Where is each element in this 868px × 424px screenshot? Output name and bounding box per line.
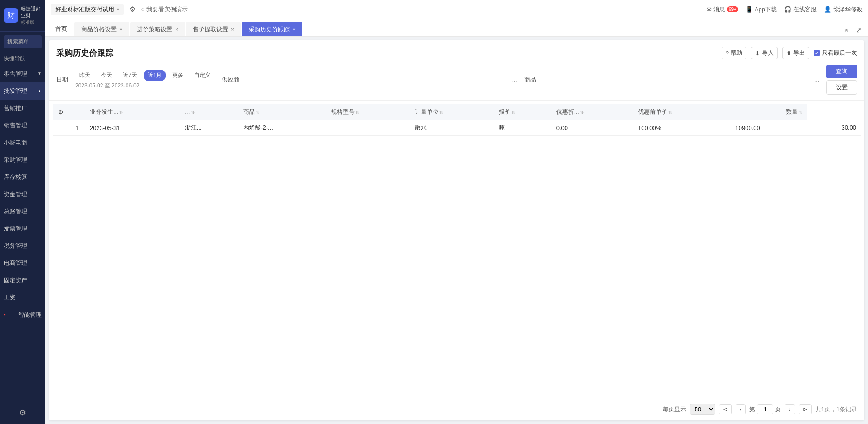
per-page-label: 每页显示 (663, 405, 686, 414)
sidebar-item-retail[interactable]: 零售管理 ▼ (0, 65, 45, 82)
row-supplier: 浙江... (180, 120, 239, 136)
sidebar-settings-button[interactable]: ⚙ (4, 405, 42, 420)
close-window-button[interactable]: × (842, 24, 851, 36)
row-discount: 100.00% (634, 120, 731, 136)
online-service-button[interactable]: 🎧 在线客服 (784, 5, 817, 14)
sidebar-item-ledger[interactable]: 总账管理 (0, 203, 45, 220)
checkbox-icon: ✓ (814, 50, 820, 56)
table-header-row: ⚙ 业务发生... ⇅ ... ⇅ (53, 104, 861, 120)
tab-home[interactable]: 首页 (49, 22, 73, 36)
col-preprice[interactable]: 优惠前单价 ⇅ (634, 104, 731, 120)
sidebar-item-payroll[interactable]: 工资 (0, 289, 45, 306)
supplier-input[interactable] (242, 74, 509, 85)
page-label-before: 第 (749, 405, 755, 414)
page-content: 采购历史价跟踪 ? 帮助 ⬇ 导入 ⬆ 导出 ✓ (49, 40, 864, 420)
date-today-button[interactable]: 今天 (97, 70, 116, 81)
date-custom-button[interactable]: 自定义 (190, 70, 215, 81)
maximize-window-button[interactable]: ⤢ (853, 24, 864, 36)
date-range-display: 2023-05-02 至 2023-06-02 (75, 82, 215, 90)
page-title: 采购历史价跟踪 (56, 48, 113, 58)
app-download-button[interactable]: 📱 App下载 (746, 5, 777, 14)
sidebar-item-assets[interactable]: 固定资产 (0, 272, 45, 289)
row-preprice: 10900.00 (731, 120, 807, 136)
page-number-input[interactable] (757, 404, 773, 414)
sidebar-item-tax[interactable]: 税务管理 (0, 237, 45, 255)
supplier-more-button[interactable]: ... (512, 77, 517, 83)
tab-purchase-strategy[interactable]: 进价策略设置 × (130, 22, 185, 36)
sort-icon: ⇅ (668, 110, 672, 115)
goods-more-button[interactable]: ... (814, 77, 819, 83)
sort-icon: ⇅ (439, 110, 443, 115)
user-menu-button[interactable]: 👤 徐泽华修改 (824, 5, 863, 14)
settings-icon[interactable]: ⚙ (129, 5, 136, 14)
col-unit[interactable]: 计量单位 ⇅ (410, 104, 494, 120)
col-num (69, 104, 85, 120)
col-price[interactable]: 报价 ⇅ (494, 104, 551, 120)
filter-bar: 日期 昨天 今天 近7天 近1月 更多 自定义 2023-05-02 至 202… (49, 59, 864, 101)
sidebar-item-ecommerce[interactable]: 电商管理 (0, 255, 45, 272)
tab-sale-price[interactable]: 售价提取设置 × (186, 22, 241, 36)
topbar: 好业财标准版交付试用 ▾ ⚙ ○ 我要看实例演示 ✉ 消息 99+ 📱 App下… (45, 0, 868, 19)
prev-page-button[interactable]: ‹ (736, 404, 746, 414)
col-qty[interactable]: 数量 ⇅ (731, 104, 807, 120)
close-icon[interactable]: × (175, 26, 178, 33)
message-button[interactable]: ✉ 消息 99+ (707, 5, 738, 14)
sidebar-item-finance[interactable]: 资金管理 (0, 186, 45, 203)
date-last1m-button[interactable]: 近1月 (144, 70, 166, 81)
close-icon[interactable]: × (119, 26, 122, 33)
chevron-up-icon: ▲ (37, 88, 42, 93)
last-only-checkbox[interactable]: ✓ 只看最后一次 (814, 49, 857, 57)
row-unit: 散水 (410, 120, 494, 136)
sidebar-item-smart[interactable]: 智能管理 (0, 306, 45, 323)
tab-history-price[interactable]: 采购历史价跟踪 × (242, 22, 302, 36)
col-date[interactable]: 业务发生... ⇅ (85, 104, 180, 120)
sidebar-search-button[interactable]: 搜索菜单 (4, 35, 42, 48)
query-button[interactable]: 查询 (826, 65, 857, 78)
table-settings-button[interactable]: 设置 (826, 80, 857, 95)
page-label-after: 页 (775, 405, 781, 414)
sidebar-logo: 财 畅捷通好业财 标准版 (0, 0, 45, 32)
col-gear[interactable]: ⚙ (53, 104, 69, 120)
date-yesterday-button[interactable]: 昨天 (75, 70, 94, 81)
date-more-button[interactable]: 更多 (168, 70, 187, 81)
chevron-down-icon: ▾ (117, 7, 119, 12)
close-icon[interactable]: × (231, 26, 234, 33)
sidebar-item-sales[interactable]: 销售管理 (0, 117, 45, 134)
sidebar-item-ecommerce-small[interactable]: 小畅电商 (0, 134, 45, 151)
sidebar-quicknav[interactable]: 快捷导航 (0, 52, 45, 65)
export-icon: ⬆ (786, 50, 791, 57)
message-badge: 99+ (727, 6, 738, 12)
col-more[interactable]: ... ⇅ (180, 104, 239, 120)
app-version: 标准版 (21, 19, 42, 26)
tab-price[interactable]: 商品价格设置 × (74, 22, 129, 36)
date-last7-button[interactable]: 近7天 (119, 70, 141, 81)
sort-icon: ⇅ (580, 110, 584, 115)
help-button[interactable]: ? 帮助 (722, 47, 746, 59)
per-page-select[interactable]: 50 20 100 (690, 404, 715, 415)
col-discount[interactable]: 优惠折... ⇅ (552, 104, 634, 120)
import-button[interactable]: ⬇ 导入 (751, 47, 778, 59)
sidebar: 财 畅捷通好业财 标准版 搜索菜单 快捷导航 零售管理 ▼ 批发管理 ▲ 营销推… (0, 0, 45, 424)
supplier-label: 供应商 (222, 76, 239, 84)
goods-input[interactable] (539, 74, 812, 85)
sidebar-item-purchase[interactable]: 采购管理 (0, 151, 45, 169)
sidebar-item-invoice[interactable]: 发票管理 (0, 220, 45, 237)
total-label: 共1页，1条记录 (815, 405, 857, 414)
sidebar-item-wholesale[interactable]: 批发管理 ▲ (0, 82, 45, 100)
sort-icon: ⇅ (256, 110, 259, 115)
first-page-button[interactable]: ⊲ (719, 404, 732, 414)
version-selector[interactable]: 好业财标准版交付试用 ▾ (51, 4, 124, 15)
sort-unit: 计量单位 ⇅ (415, 108, 490, 116)
sidebar-item-inventory[interactable]: 库存核算 (0, 169, 45, 186)
col-goods[interactable]: 商品 ⇅ (239, 104, 327, 120)
export-button[interactable]: ⬆ 导出 (782, 47, 809, 59)
demo-button[interactable]: ○ 我要看实例演示 (141, 5, 188, 14)
last-page-button[interactable]: ⊳ (799, 404, 812, 414)
sidebar-item-marketing[interactable]: 营销推广 (0, 100, 45, 117)
import-icon: ⬇ (755, 50, 760, 57)
next-page-button[interactable]: › (785, 404, 795, 414)
sort-price: 报价 ⇅ (499, 108, 547, 116)
close-icon[interactable]: × (293, 26, 296, 33)
col-spec[interactable]: 规格型号 ⇅ (327, 104, 410, 120)
tabs-container: 首页 商品价格设置 × 进价策略设置 × 售价提取设置 × 采购历史价跟踪 × (45, 19, 838, 36)
